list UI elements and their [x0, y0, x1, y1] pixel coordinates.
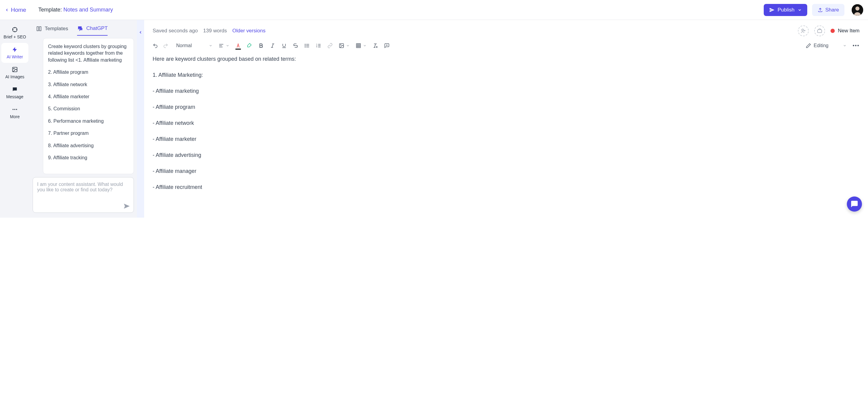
- document-body[interactable]: Here are keyword clusters grouped based …: [153, 53, 860, 218]
- svg-rect-14: [39, 27, 41, 31]
- chat-line: 8. Affiliate advertising: [48, 142, 129, 149]
- rail-more-label: More: [2, 114, 27, 119]
- svg-point-33: [305, 47, 305, 48]
- undo-button[interactable]: [153, 43, 158, 49]
- table-icon: [356, 43, 361, 49]
- chat-input[interactable]: I am your content assistant. What would …: [33, 177, 134, 213]
- tab-templates-label: Templates: [45, 26, 68, 32]
- style-select-label: Normal: [176, 43, 192, 49]
- support-chat-button[interactable]: [847, 196, 862, 212]
- undo-icon: [153, 43, 158, 49]
- chat-line: 5. Commission: [48, 105, 129, 112]
- chevron-down-icon: [363, 44, 367, 48]
- send-icon: [769, 7, 775, 13]
- dots-icon: [12, 106, 18, 113]
- add-person-button[interactable]: [798, 25, 809, 36]
- collapse-panel[interactable]: [137, 20, 144, 218]
- rail-brief-label: Brief + SEO: [2, 34, 27, 39]
- chevron-down-icon: [843, 44, 846, 48]
- number-list-icon: 123: [316, 43, 321, 49]
- insert-image-button[interactable]: [339, 43, 350, 49]
- insert-table-button[interactable]: [356, 43, 367, 49]
- italic-icon: [270, 43, 275, 49]
- svg-rect-13: [37, 27, 38, 31]
- svg-text:3: 3: [316, 46, 317, 48]
- home-link[interactable]: Home: [5, 7, 26, 13]
- template-label: Template: Notes and Summary: [38, 7, 113, 13]
- publish-button[interactable]: Publish: [764, 4, 807, 16]
- svg-point-10: [13, 109, 13, 110]
- new-item-label: New Item: [838, 28, 860, 34]
- chevron-down-icon: [346, 44, 350, 48]
- saved-status: Saved seconds ago: [153, 28, 198, 34]
- chat-line: 9. Affiliate tracking: [48, 154, 129, 161]
- publish-label: Publish: [778, 7, 795, 13]
- send-button[interactable]: [123, 203, 130, 210]
- chat-line: 4. Affiliate marketer: [48, 93, 129, 100]
- svg-rect-42: [356, 43, 361, 48]
- italic-button[interactable]: [270, 43, 275, 49]
- editor-status-bar: Saved seconds ago 139 words Older versio…: [153, 25, 860, 36]
- clear-format-icon: [373, 43, 378, 49]
- older-versions-link[interactable]: Older versions: [232, 28, 266, 34]
- highlighter-icon: [247, 43, 252, 49]
- avatar[interactable]: [852, 4, 863, 16]
- rail-writer-label: AI Writer: [2, 54, 27, 59]
- doc-line: - Affiliate program: [153, 103, 860, 111]
- doc-line: - Affiliate marketer: [153, 135, 860, 143]
- svg-point-41: [340, 44, 341, 45]
- toolbar-more-button[interactable]: •••: [852, 43, 860, 49]
- svg-point-12: [16, 109, 17, 110]
- align-left-icon: [218, 43, 224, 49]
- chevron-left-icon: [138, 30, 143, 34]
- align-button[interactable]: [218, 43, 229, 49]
- rail-images-label: AI Images: [2, 74, 27, 79]
- text-color-button[interactable]: [236, 43, 241, 49]
- chevron-left-icon: [5, 8, 9, 12]
- highlight-button[interactable]: [247, 43, 252, 49]
- template-name-link[interactable]: Notes and Summary: [63, 7, 113, 13]
- comment-button[interactable]: [384, 43, 390, 49]
- rail-ai-images[interactable]: AI Images: [1, 63, 28, 83]
- doc-line: Here are keyword clusters grouped based …: [153, 55, 860, 63]
- underline-icon: [281, 43, 287, 49]
- svg-point-15: [802, 29, 804, 31]
- bullet-list-icon: [304, 43, 310, 49]
- person-plus-icon: [801, 28, 806, 34]
- template-prefix: Template:: [38, 7, 63, 13]
- bold-icon: [258, 43, 264, 49]
- editor: Saved seconds ago 139 words Older versio…: [144, 20, 868, 218]
- strike-button[interactable]: [293, 43, 298, 49]
- new-item-status[interactable]: New Item: [831, 28, 860, 34]
- rail-more[interactable]: More: [1, 103, 28, 123]
- doc-line: - Affiliate recruitment: [153, 183, 860, 191]
- main: Brief + SEO AI Writer AI Images Message …: [0, 20, 868, 218]
- briefcase-icon: [817, 28, 823, 34]
- bolt-icon: [12, 47, 18, 53]
- redo-button[interactable]: [163, 43, 168, 49]
- chat-bubble-icon: [850, 200, 858, 208]
- editing-mode-select[interactable]: Editing: [806, 43, 846, 49]
- doc-line: 1. Affiliate Marketing:: [153, 71, 860, 79]
- tab-templates[interactable]: Templates: [36, 26, 68, 35]
- link-button[interactable]: [327, 43, 333, 49]
- left-rail: Brief + SEO AI Writer AI Images Message …: [0, 20, 30, 218]
- clear-format-button[interactable]: [373, 43, 378, 49]
- schedule-button[interactable]: [814, 25, 825, 36]
- svg-rect-18: [817, 30, 822, 33]
- share-button[interactable]: Share: [812, 4, 844, 16]
- bullet-list-button[interactable]: [304, 43, 310, 49]
- tab-chatgpt[interactable]: ChatGPT: [77, 25, 107, 36]
- chevron-down-icon: [798, 8, 802, 12]
- pencil-icon: [806, 43, 811, 49]
- bold-button[interactable]: [258, 43, 264, 49]
- rail-ai-writer[interactable]: AI Writer: [1, 43, 28, 63]
- rail-message[interactable]: Message: [1, 83, 28, 103]
- style-select[interactable]: Normal: [175, 43, 213, 49]
- number-list-button[interactable]: 123: [316, 43, 321, 49]
- chat-line: 7. Partner program: [48, 130, 129, 136]
- chat-input-placeholder: I am your content assistant. What would …: [37, 182, 123, 192]
- rail-brief-seo[interactable]: Brief + SEO: [1, 23, 28, 43]
- strikethrough-icon: [293, 43, 298, 49]
- underline-button[interactable]: [281, 43, 287, 49]
